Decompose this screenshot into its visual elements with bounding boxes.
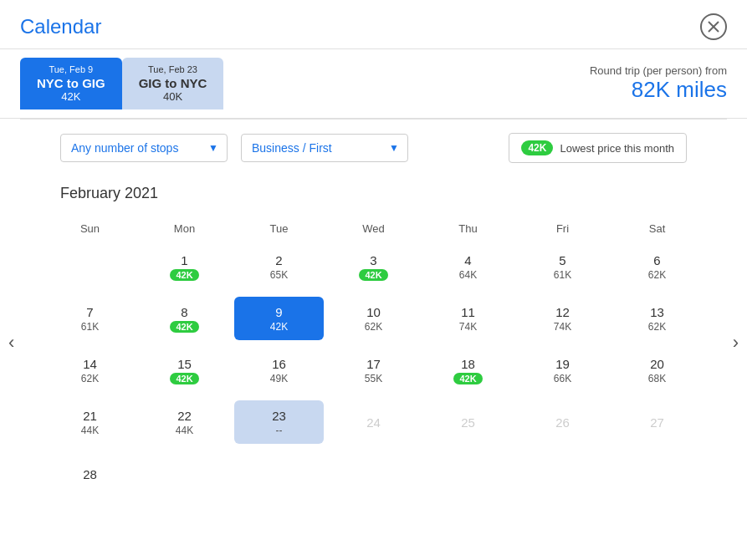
day-cell[interactable]: 1755K xyxy=(329,349,418,392)
calendar-cell: 761K xyxy=(43,293,136,344)
day-cell[interactable]: 1462K xyxy=(45,349,135,392)
calendar-cell: 1462K xyxy=(43,345,136,395)
calendar-cell: 1842K xyxy=(422,345,514,395)
day-price: 74K xyxy=(554,321,571,333)
empty-day-cell xyxy=(612,452,702,496)
day-cell[interactable]: 1274K xyxy=(518,297,607,340)
day-price: 65K xyxy=(270,269,288,281)
day-cell[interactable]: 662K xyxy=(612,245,702,288)
day-cell[interactable]: 1842K xyxy=(423,349,513,392)
day-cell[interactable]: 561K xyxy=(518,245,607,288)
day-price-badge: 42K xyxy=(359,269,387,281)
day-cell[interactable]: 2068K xyxy=(612,349,702,392)
calendar-cell: 662K xyxy=(611,242,704,292)
day-cell[interactable]: 26 xyxy=(518,400,607,444)
calendar-cell: 1062K xyxy=(327,293,420,344)
trip-tabs: Tue, Feb 9 NYC to GIG 42K Tue, Feb 23 GI… xyxy=(20,58,223,109)
day-price: 62K xyxy=(648,321,666,333)
day-cell[interactable]: 27 xyxy=(612,400,702,444)
day-number: 10 xyxy=(366,305,381,319)
day-dashes: -- xyxy=(276,425,283,436)
calendar-cell: 942K xyxy=(233,293,325,344)
cabin-filter[interactable]: Business / First Economy Premium Economy… xyxy=(241,134,408,162)
outbound-date: Tue, Feb 9 xyxy=(37,64,105,74)
day-cell[interactable]: 1362K xyxy=(612,297,702,340)
next-month-button[interactable]: › xyxy=(733,332,739,354)
calendar-cell: 27 xyxy=(611,397,704,447)
day-cell[interactable]: 842K xyxy=(140,297,229,340)
day-number: 20 xyxy=(650,357,664,371)
day-price: 62K xyxy=(365,321,382,333)
prev-month-button[interactable]: ‹ xyxy=(8,332,14,354)
calendar-cell: 1174K xyxy=(422,293,514,344)
outbound-route: NYC to GIG xyxy=(37,76,105,90)
calendar-cell: 1755K xyxy=(327,345,420,395)
day-cell[interactable]: 25 xyxy=(423,400,513,444)
calendar-cell: 23-- xyxy=(233,397,325,447)
day-price: 74K xyxy=(459,321,477,333)
summary-label: Round trip (per person) from xyxy=(590,64,727,77)
day-cell[interactable]: 265K xyxy=(234,245,324,288)
day-number: 1 xyxy=(181,253,187,267)
day-cell[interactable]: 1966K xyxy=(518,349,607,392)
day-cell[interactable]: 342K xyxy=(329,245,418,288)
trip-tab-return[interactable]: Tue, Feb 23 GIG to NYC 40K xyxy=(122,58,224,109)
day-number: 11 xyxy=(461,305,475,319)
calendar-month-title: February 2021 xyxy=(42,185,705,202)
weekday-header-row: SunMonTueWedThuFriSat xyxy=(43,217,704,240)
lowest-price-label: Lowest price this month xyxy=(560,142,674,155)
calendar-cell: 1362K xyxy=(611,293,704,344)
day-cell[interactable]: 142K xyxy=(140,245,229,288)
day-cell[interactable]: 2244K xyxy=(140,400,229,444)
day-price: 55K xyxy=(365,373,382,384)
day-cell[interactable]: 1062K xyxy=(329,297,418,340)
filters-row: Any number of stops Nonstop only 1 stop … xyxy=(0,120,747,176)
return-miles: 40K xyxy=(139,90,207,103)
day-cell[interactable]: 1542K xyxy=(140,349,229,392)
calendar-cell: 28 xyxy=(43,449,136,499)
calendar-week-row: 28 xyxy=(43,449,704,499)
calendar-table: SunMonTueWedThuFriSat 142K265K342K464K56… xyxy=(42,216,705,501)
close-button[interactable] xyxy=(700,13,727,40)
trip-summary: Round trip (per person) from 82K miles xyxy=(590,64,727,103)
calendar-cell: 2244K xyxy=(138,397,231,447)
day-cell[interactable]: 464K xyxy=(423,245,513,288)
day-price-badge: 42K xyxy=(170,321,198,333)
day-cell[interactable]: 23-- xyxy=(234,400,324,444)
calendar-cell: 2144K xyxy=(43,397,136,447)
calendar-week-row: 2144K2244K23--24252627 xyxy=(43,397,704,447)
stops-select[interactable]: Any number of stops Nonstop only 1 stop … xyxy=(71,141,217,155)
day-number: 13 xyxy=(650,305,664,319)
stops-filter[interactable]: Any number of stops Nonstop only 1 stop … xyxy=(60,134,228,162)
day-number: 4 xyxy=(464,253,471,267)
day-cell[interactable]: 1174K xyxy=(423,297,513,340)
day-cell[interactable]: 942K xyxy=(234,297,324,340)
day-cell[interactable]: 2144K xyxy=(45,400,135,444)
day-price-badge: 42K xyxy=(453,373,482,384)
day-price: 62K xyxy=(81,373,99,384)
day-price: 61K xyxy=(81,321,99,333)
calendar-cell: 842K xyxy=(138,293,231,344)
calendar-cell: 561K xyxy=(516,242,609,292)
empty-day-cell xyxy=(518,452,607,496)
calendar-cell: 142K xyxy=(138,242,231,292)
weekday-header: Fri xyxy=(516,217,609,240)
day-number: 3 xyxy=(370,253,376,267)
calendar-cell xyxy=(43,242,136,292)
day-cell[interactable]: 761K xyxy=(45,297,135,340)
day-price: 62K xyxy=(648,269,666,281)
header: Calendar xyxy=(0,0,747,49)
day-price: 42K xyxy=(270,321,288,333)
trip-tab-outbound[interactable]: Tue, Feb 9 NYC to GIG 42K xyxy=(20,58,122,109)
day-cell[interactable]: 24 xyxy=(329,400,418,444)
calendar-cell: 1274K xyxy=(516,293,609,344)
cabin-select[interactable]: Business / First Economy Premium Economy xyxy=(252,141,397,155)
weekday-header: Wed xyxy=(327,217,420,240)
calendar-cell xyxy=(233,449,325,499)
day-cell[interactable]: 28 xyxy=(45,452,135,496)
day-number: 8 xyxy=(181,305,187,319)
day-number: 12 xyxy=(555,305,570,319)
calendar-cell xyxy=(611,449,704,499)
day-number: 16 xyxy=(272,357,286,371)
day-cell[interactable]: 1649K xyxy=(234,349,324,392)
